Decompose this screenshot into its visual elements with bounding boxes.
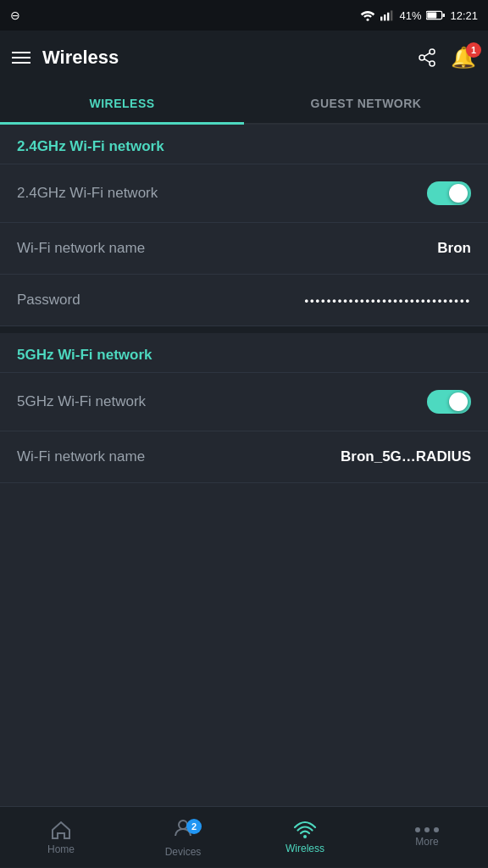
circle-minus-icon: ⊖: [10, 8, 20, 22]
row-name-5ghz[interactable]: Wi-Fi network name Bron_5G…RADIUS: [0, 431, 488, 483]
svg-point-8: [430, 49, 435, 54]
top-bar: Wireless 🔔 1: [0, 31, 488, 85]
section-divider-1: [0, 326, 488, 333]
page-title: Wireless: [42, 47, 405, 69]
battery-icon: [426, 10, 445, 20]
bottom-nav: Home 2 Devices Wireless More: [0, 806, 488, 867]
section-header-5ghz: 5GHz Wi-Fi network: [0, 333, 488, 373]
nav-wireless[interactable]: Wireless: [244, 821, 366, 854]
wifi-status-icon: [360, 9, 375, 21]
home-icon: [50, 820, 72, 840]
svg-point-10: [430, 61, 435, 66]
top-bar-actions: 🔔 1: [417, 46, 476, 70]
tab-guest-network[interactable]: GUEST NETWORK: [244, 85, 488, 123]
row-toggle-5ghz: 5GHz Wi-Fi network: [0, 373, 488, 431]
svg-rect-6: [428, 13, 437, 19]
svg-rect-3: [387, 13, 389, 21]
label-5ghz-network: 5GHz Wi-Fi network: [17, 393, 146, 410]
nav-home-label: Home: [47, 843, 75, 855]
nav-more-label: More: [415, 836, 438, 848]
share-button[interactable]: [417, 47, 437, 68]
svg-point-0: [367, 19, 369, 21]
value-wifi-name-2ghz: Bron: [437, 240, 471, 257]
devices-badge: 2: [186, 819, 202, 834]
toggle-5ghz-network[interactable]: [427, 390, 471, 414]
svg-rect-4: [391, 10, 392, 20]
nav-devices[interactable]: 2 Devices: [122, 817, 244, 858]
more-icon: [415, 827, 439, 832]
hamburger-menu-button[interactable]: [12, 52, 30, 64]
nav-home[interactable]: Home: [0, 820, 122, 855]
svg-rect-1: [380, 17, 382, 21]
svg-line-11: [424, 53, 430, 56]
svg-point-9: [419, 55, 424, 60]
nav-wireless-label: Wireless: [286, 843, 324, 854]
svg-line-12: [424, 58, 430, 62]
label-password-2ghz: Password: [17, 292, 80, 309]
label-2ghz-network: 2.4GHz Wi-Fi network: [17, 185, 158, 202]
row-password-2ghz[interactable]: Password ••••••••••••••••••••••••••••••: [0, 275, 488, 326]
row-name-2ghz[interactable]: Wi-Fi network name Bron: [0, 223, 488, 275]
value-password-2ghz: ••••••••••••••••••••••••••••••: [304, 294, 471, 307]
tab-wireless[interactable]: WIRELESS: [0, 85, 244, 125]
nav-devices-label: Devices: [165, 846, 202, 858]
status-bar-left: ⊖: [10, 8, 20, 22]
status-bar: ⊖ 41% 12:21: [0, 0, 488, 31]
battery-text: 41%: [399, 9, 421, 22]
time-text: 12:21: [450, 9, 478, 22]
nav-more[interactable]: More: [366, 827, 488, 848]
svg-rect-7: [443, 14, 446, 17]
signal-icon: [380, 9, 394, 21]
tabs: WIRELESS GUEST NETWORK: [0, 85, 488, 125]
svg-point-14: [303, 835, 307, 838]
section-header-2ghz: 2.4GHz Wi-Fi network: [0, 125, 488, 164]
status-bar-right: 41% 12:21: [360, 9, 478, 22]
wireless-icon: [293, 821, 317, 839]
toggle-2ghz-network[interactable]: [427, 181, 471, 205]
label-wifi-name-5ghz: Wi-Fi network name: [17, 448, 145, 465]
main-content: 2.4GHz Wi-Fi network 2.4GHz Wi-Fi networ…: [0, 125, 488, 806]
notifications-button[interactable]: 🔔 1: [451, 46, 476, 70]
row-toggle-2ghz: 2.4GHz Wi-Fi network: [0, 164, 488, 223]
svg-rect-2: [384, 14, 385, 20]
notification-badge: 1: [466, 42, 481, 58]
value-wifi-name-5ghz: Bron_5G…RADIUS: [341, 448, 471, 465]
label-wifi-name-2ghz: Wi-Fi network name: [17, 240, 145, 257]
